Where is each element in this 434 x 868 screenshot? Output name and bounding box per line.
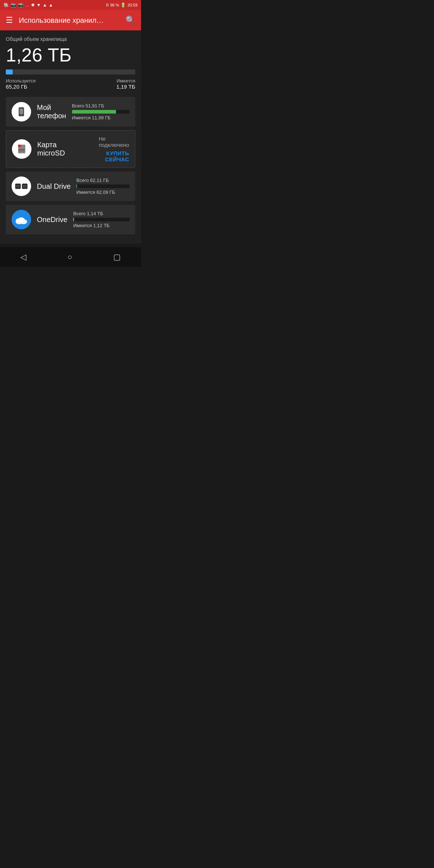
roaming-indicator: R bbox=[106, 3, 109, 7]
more-icon: … bbox=[25, 3, 29, 7]
drive-total-dualdrive: Всего 62,11 ГБ bbox=[76, 178, 129, 183]
drive-info-phone: Всего 51,91 ГБИмеется 11,99 ГБ bbox=[72, 103, 129, 120]
svg-point-2 bbox=[21, 115, 22, 116]
drive-total-onedrive: Всего 1,14 ТБ bbox=[73, 211, 129, 216]
instagram-icon: 📷 bbox=[11, 3, 16, 8]
evernote-icon: 🐘 bbox=[4, 3, 9, 8]
drive-bar-onedrive bbox=[73, 218, 129, 221]
home-button[interactable]: ○ bbox=[67, 252, 72, 262]
svg-rect-5 bbox=[19, 149, 25, 150]
total-size: 1,26 ТБ bbox=[6, 44, 135, 66]
bluetooth-icon: ✱ bbox=[31, 3, 35, 8]
svg-rect-4 bbox=[18, 145, 21, 147]
drive-card-onedrive[interactable]: OneDriveВсего 1,14 ТБИмеется 1,12 ТБ bbox=[6, 205, 135, 234]
available-label: Имеется bbox=[116, 78, 135, 84]
svg-point-14 bbox=[16, 218, 21, 222]
drive-name-onedrive: OneDrive bbox=[37, 216, 67, 224]
svg-rect-6 bbox=[19, 150, 25, 151]
drive-icon-microsd bbox=[12, 139, 31, 159]
menu-button[interactable]: ☰ bbox=[6, 16, 13, 25]
battery-percent: 96 % bbox=[110, 3, 119, 7]
drive-info-dualdrive: Всего 62,11 ГБИмеется 62,09 ГБ bbox=[76, 178, 129, 195]
back-button[interactable]: ◁ bbox=[20, 252, 26, 262]
status-bar: 🐘 📷 📸 … ✱ ▼ ▲ ▲ R 96 % 🔋 20:59 bbox=[0, 0, 141, 10]
drive-cards-container: Мой телефонВсего 51,91 ГБИмеется 11,99 Г… bbox=[6, 97, 135, 234]
disconnected-text: Не подключено bbox=[99, 136, 129, 148]
used-stat: Используется 65,20 ГБ bbox=[6, 78, 36, 90]
bottom-navigation: ◁ ○ ▢ bbox=[0, 247, 141, 267]
app-bar: ☰ Использование хранил… 🔍 bbox=[0, 10, 141, 30]
used-value: 65,20 ГБ bbox=[6, 84, 36, 90]
drive-bar-phone bbox=[72, 110, 129, 114]
used-label: Используется bbox=[6, 78, 36, 84]
drive-bar-dualdrive bbox=[76, 184, 129, 188]
drive-icon-phone bbox=[12, 102, 31, 122]
drive-name-microsd: Карта microSD bbox=[37, 141, 68, 157]
drive-card-phone[interactable]: Мой телефонВсего 51,91 ГБИмеется 11,99 Г… bbox=[6, 97, 135, 127]
status-icons-left: 🐘 📷 📸 … ✱ ▼ ▲ ▲ bbox=[4, 3, 53, 8]
svg-rect-8 bbox=[16, 185, 20, 188]
signal-icon2: ▲ bbox=[49, 3, 53, 8]
total-storage-section: Общий объем хранилища 1,26 ТБ Использует… bbox=[6, 36, 135, 90]
buy-now-button[interactable]: КУПИТЬ СЕЙЧАС bbox=[105, 150, 129, 162]
drive-icon-dualdrive bbox=[12, 176, 31, 196]
wifi-icon: ▼ bbox=[37, 3, 41, 8]
svg-rect-1 bbox=[20, 109, 23, 114]
recent-button[interactable]: ▢ bbox=[113, 252, 121, 262]
svg-rect-10 bbox=[23, 185, 27, 188]
time-display: 20:59 bbox=[127, 3, 137, 7]
battery-icon: 🔋 bbox=[120, 3, 126, 8]
status-right: R 96 % 🔋 20:59 bbox=[106, 3, 137, 8]
available-value: 1,19 ТБ bbox=[116, 84, 135, 90]
drive-total-phone: Всего 51,91 ГБ bbox=[72, 103, 129, 109]
drive-name-dualdrive: Dual Drive bbox=[37, 182, 71, 191]
storage-stats: Используется 65,20 ГБ Имеется 1,19 ТБ bbox=[6, 78, 135, 90]
camera-icon: 📸 bbox=[18, 3, 24, 8]
drive-icon-onedrive bbox=[12, 210, 31, 229]
drive-card-dualdrive[interactable]: Dual DriveВсего 62,11 ГБИмеется 62,09 ГБ bbox=[6, 171, 135, 201]
signal-icon1: ▲ bbox=[43, 3, 47, 8]
drive-info-onedrive: Всего 1,14 ТБИмеется 1,12 ТБ bbox=[73, 211, 129, 228]
main-content: Общий объем хранилища 1,26 ТБ Использует… bbox=[0, 30, 141, 244]
microsd-info: Не подключеноКУПИТЬ СЕЙЧАС bbox=[73, 136, 129, 162]
search-button[interactable]: 🔍 bbox=[125, 16, 135, 25]
drive-card-microsd[interactable]: Карта microSDНе подключеноКУПИТЬ СЕЙЧАС bbox=[6, 130, 135, 168]
overall-used-bar bbox=[6, 69, 13, 75]
page-title: Использование хранил… bbox=[19, 16, 120, 25]
drive-available-dualdrive: Имеется 62,09 ГБ bbox=[76, 190, 129, 195]
drive-available-onedrive: Имеется 1,12 ТБ bbox=[73, 223, 129, 228]
available-stat: Имеется 1,19 ТБ bbox=[116, 78, 135, 90]
total-label: Общий объем хранилища bbox=[6, 36, 135, 42]
drive-available-phone: Имеется 11,99 ГБ bbox=[72, 115, 129, 120]
overall-storage-bar bbox=[6, 69, 135, 75]
drive-name-phone: Мой телефон bbox=[37, 103, 66, 120]
